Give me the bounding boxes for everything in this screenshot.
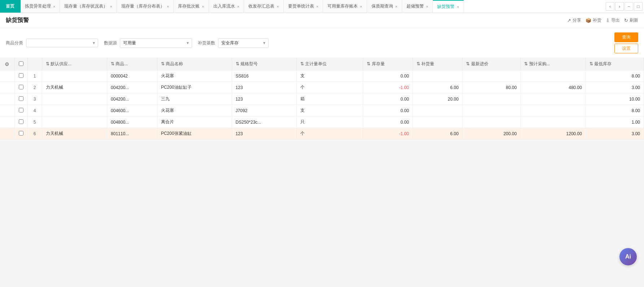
- tab-expiry-close[interactable]: ×: [395, 4, 397, 9]
- tab-batch-label: 库存批次账: [178, 3, 200, 9]
- tab-exception[interactable]: 拣货异常处理 ×: [21, 0, 60, 13]
- tab-next-button[interactable]: ›: [615, 2, 624, 11]
- page-header: 缺货预警 ↗ 分享 📦 补货 ⇩ 导出 ↻ 刷新: [0, 13, 644, 28]
- col-header-product-code: ⇅ 商品...: [107, 58, 157, 70]
- row-checkbox[interactable]: [14, 116, 27, 128]
- col-min-stock-sort-icon[interactable]: ⇅: [589, 61, 593, 66]
- share-button[interactable]: ↗ 分享: [567, 17, 581, 23]
- col-est-purchase-sort-icon[interactable]: ⇅: [524, 61, 528, 66]
- export-icon: ⇩: [606, 18, 610, 23]
- row-supplier: [42, 105, 107, 116]
- col-replenish-sort-icon[interactable]: ⇅: [417, 61, 420, 66]
- table-container: ⚙ ⇅ 默认供应... ⇅ 商品... ⇅: [0, 58, 644, 140]
- row-product-name: 火花塞: [157, 70, 232, 82]
- col-unit-sort-icon[interactable]: ⇅: [300, 61, 304, 66]
- row-checkbox[interactable]: [14, 70, 27, 82]
- gear-settings-icon[interactable]: ⚙: [5, 61, 9, 67]
- row-select-checkbox[interactable]: [19, 119, 23, 124]
- tab-expiry-label: 保质期查询: [371, 3, 393, 9]
- tab-inventory-dist[interactable]: 现存量（库存分布表） ×: [117, 0, 174, 13]
- col-header-num: [27, 58, 42, 70]
- refresh-label: 刷新: [630, 17, 638, 23]
- export-label: 导出: [611, 17, 620, 23]
- table-row: 6 力天机械 801110... PC200张紧油缸 123 个 -1.00 6…: [0, 128, 644, 140]
- tab-minimize-button[interactable]: −: [625, 2, 633, 11]
- replenish-base-select[interactable]: 安全库存 ▾: [218, 38, 269, 48]
- replenish-base-value: 安全库存: [221, 40, 239, 46]
- row-product-name: PC200油缸缸子: [157, 82, 232, 93]
- tab-inout-flow-close[interactable]: ×: [237, 4, 239, 9]
- tab-inventory-status-label: 现存量（库存状况表）: [64, 3, 108, 9]
- tab-available-ledger-close[interactable]: ×: [360, 4, 362, 9]
- tab-shortage[interactable]: 缺货预警 ×: [433, 0, 464, 13]
- row-gear: [0, 93, 14, 105]
- tab-exception-close[interactable]: ×: [53, 4, 55, 9]
- select-all-checkbox[interactable]: [19, 61, 23, 66]
- row-product-code: 004200...: [107, 93, 157, 105]
- tab-inout-flow[interactable]: 出入库流水 ×: [209, 0, 244, 13]
- row-select-checkbox[interactable]: [19, 108, 23, 112]
- row-checkbox[interactable]: [14, 82, 27, 93]
- tab-inventory-status-close[interactable]: ×: [110, 4, 112, 9]
- tab-overstock[interactable]: 超储预警 ×: [402, 0, 433, 13]
- col-header-checkbox: [14, 58, 27, 70]
- row-num: 1: [27, 70, 42, 82]
- col-latest-price-sort-icon[interactable]: ⇅: [466, 61, 470, 66]
- tab-home[interactable]: 首页: [0, 0, 21, 13]
- row-checkbox[interactable]: [14, 93, 27, 105]
- tab-batch-close[interactable]: ×: [202, 4, 204, 9]
- tab-maximize-button[interactable]: □: [634, 2, 643, 11]
- table-row: 1 0000042 火花塞 SS816 支 0.00 8.00: [0, 70, 644, 82]
- tab-order-stat-close[interactable]: ×: [316, 4, 318, 9]
- replenish-button[interactable]: 📦 补货: [586, 17, 601, 23]
- col-stock-sort-icon[interactable]: ⇅: [367, 61, 370, 66]
- share-label: 分享: [573, 17, 581, 23]
- row-product-name: PC200张紧油缸: [157, 128, 232, 140]
- row-num: 6: [27, 128, 42, 140]
- category-select[interactable]: ▾: [26, 39, 98, 47]
- row-select-checkbox[interactable]: [19, 96, 23, 101]
- col-spec-sort-icon[interactable]: ⇅: [236, 61, 239, 66]
- col-header-stock: ⇅ 库存量: [363, 58, 413, 70]
- row-unit: 个: [296, 82, 363, 93]
- tab-inventory-status[interactable]: 现存量（库存状况表） ×: [60, 0, 117, 13]
- tab-shortage-close[interactable]: ×: [457, 5, 459, 9]
- refresh-button[interactable]: ↻ 刷新: [624, 17, 638, 23]
- row-select-checkbox[interactable]: [19, 131, 23, 136]
- query-button[interactable]: 查询: [614, 32, 638, 42]
- tab-order-stat[interactable]: 要货单统计表 ×: [284, 0, 323, 13]
- share-icon: ↗: [567, 18, 571, 23]
- tab-expiry[interactable]: 保质期查询 ×: [367, 0, 402, 13]
- row-select-checkbox[interactable]: [19, 85, 23, 89]
- col-supplier-sort-icon[interactable]: ⇅: [46, 61, 49, 66]
- row-min-stock: 8.00: [586, 70, 644, 82]
- row-spec: SS816: [232, 70, 296, 82]
- category-label: 商品分类: [6, 40, 23, 46]
- row-spec: J7092: [232, 105, 296, 116]
- row-checkbox[interactable]: [14, 128, 27, 140]
- row-min-stock: 10.00: [586, 93, 644, 105]
- col-product-code-sort-icon[interactable]: ⇅: [111, 61, 114, 66]
- tab-available-ledger[interactable]: 可用量库存账本 ×: [323, 0, 367, 13]
- tab-inventory-dist-close[interactable]: ×: [167, 4, 169, 9]
- col-product-name-sort-icon[interactable]: ⇅: [161, 61, 165, 66]
- row-est-purchase: [521, 93, 586, 105]
- row-product-code: 0000042: [107, 70, 157, 82]
- tab-collect-summary-close[interactable]: ×: [277, 4, 279, 9]
- tab-collect-summary[interactable]: 收发存汇总表 ×: [244, 0, 283, 13]
- export-button[interactable]: ⇩ 导出: [606, 17, 620, 23]
- tab-overstock-close[interactable]: ×: [426, 4, 428, 9]
- row-checkbox[interactable]: [14, 105, 27, 116]
- row-replenish: 6.00: [413, 128, 462, 140]
- row-unit: 只: [296, 116, 363, 128]
- row-product-name: 离合片: [157, 116, 232, 128]
- tab-inventory-dist-label: 现存量（库存分布表）: [121, 3, 165, 9]
- row-latest-price: 200.00: [462, 128, 521, 140]
- tab-batch[interactable]: 库存批次账 ×: [174, 0, 209, 13]
- settings-button[interactable]: 设置: [614, 44, 638, 53]
- datasource-select[interactable]: 可用量 ▾: [120, 38, 192, 48]
- tab-collect-summary-label: 收发存汇总表: [248, 3, 274, 9]
- tab-prev-button[interactable]: ‹: [606, 2, 614, 11]
- row-select-checkbox[interactable]: [19, 73, 23, 78]
- row-replenish: [413, 116, 462, 128]
